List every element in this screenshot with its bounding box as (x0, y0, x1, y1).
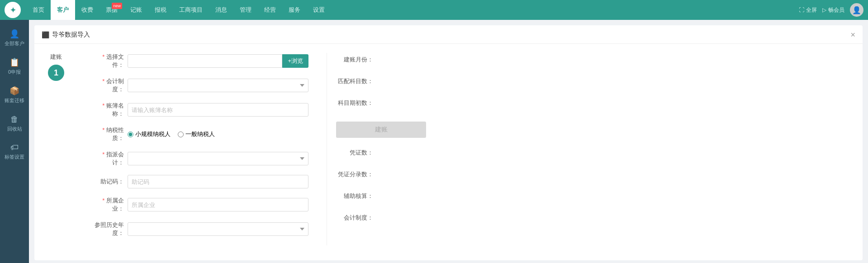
nav-item-首页[interactable]: 首页 (26, 0, 51, 20)
nav-item-消息[interactable]: 消息 (209, 0, 233, 20)
new-badge: new (112, 3, 122, 9)
logo-icon: ✦ (10, 6, 16, 14)
step-label: 建账 (50, 53, 62, 61)
sidebar-item-all-clients[interactable]: 👤 全部客户 (0, 24, 29, 51)
avatar[interactable]: 👤 (850, 3, 863, 17)
right-actions: ⛶ 全屏 ▷ 畅会员 👤 (799, 3, 863, 17)
sidebar-item-declare[interactable]: 📋 0申报 (0, 53, 29, 80)
account-name-row: 账簿名称： (91, 102, 308, 118)
voucher-row: 凭证数： (336, 146, 426, 160)
sidebar-label-migrate: 账套迁移 (5, 98, 24, 103)
company-input[interactable] (128, 198, 308, 211)
accountant-select[interactable] (128, 152, 308, 165)
sidebar-label-tags: 标签设置 (5, 154, 24, 160)
tax-type-radio-group: 小规模纳税人 一般纳税人 (128, 130, 308, 138)
memo-row: 助记码： (91, 175, 308, 188)
memo-label: 助记码： (91, 178, 128, 186)
info-accounting-system-row: 会计制度： (336, 211, 426, 225)
info-section: 建账月份： 匹配科目数： 科目期初数： 建账 (327, 53, 426, 245)
sidebar: 👤 全部客户 📋 0申报 📦 账套迁移 🗑 回收站 🏷 标签设置 (0, 20, 29, 263)
build-account-button[interactable]: 建账 (336, 122, 426, 138)
file-label: 选择文件： (91, 53, 128, 69)
nav-item-经营[interactable]: 经营 (258, 0, 282, 20)
match-row: 匹配科目数： (336, 75, 426, 88)
member-label: 畅会员 (828, 6, 844, 14)
sidebar-item-migrate[interactable]: 📦 账套迁移 (0, 81, 29, 108)
member-action[interactable]: ▷ 畅会员 (822, 6, 844, 14)
app-body: 👤 全部客户 📋 0申报 📦 账套迁移 🗑 回收站 🏷 标签设置 ⬛ 导爷数据导… (0, 20, 868, 263)
sidebar-icon-migrate: 📦 (9, 86, 19, 96)
sidebar-label-recycle: 回收站 (7, 126, 22, 132)
voucher-label: 凭证数： (336, 149, 377, 157)
accounting-system-row: 会计制度： (91, 77, 308, 94)
sidebar-icon-recycle: 🗑 (10, 115, 19, 124)
sidebar-item-tags[interactable]: 🏷 标签设置 (0, 138, 29, 164)
match-label: 匹配科目数： (336, 77, 377, 85)
dialog-body: 建账 1 选择文件： +浏览 会计制度： (34, 44, 863, 254)
file-input-group: +浏览 (128, 54, 308, 68)
fullscreen-icon: ⛶ (799, 7, 804, 13)
play-icon: ▷ (822, 7, 826, 13)
dialog-header: ⬛ 导爷数据导入 × (34, 25, 863, 44)
nav-item-设置[interactable]: 设置 (307, 0, 331, 20)
build-btn-row: 建账 (336, 118, 426, 138)
sidebar-icon-declare: 📋 (9, 57, 19, 67)
step-section: 建账 1 (48, 53, 73, 245)
initial-row: 科目期初数： (336, 96, 426, 110)
company-label: 所属企业： (91, 197, 128, 213)
nav-item-客户[interactable]: 客户 (51, 0, 75, 20)
sidebar-item-recycle[interactable]: 🗑 回收站 (0, 110, 29, 136)
fullscreen-label: 全屏 (806, 6, 817, 14)
nav-item-收费[interactable]: 收费 (75, 0, 100, 20)
dialog-card: ⬛ 导爷数据导入 × 建账 1 选择文件： (34, 25, 863, 260)
voucher-entries-row: 凭证分录数： (336, 168, 426, 181)
account-name-label: 账簿名称： (91, 102, 128, 118)
accounting-system-select[interactable] (128, 79, 308, 92)
nav-item-服务[interactable]: 服务 (282, 0, 307, 20)
nav-item-报税[interactable]: 报税 (148, 0, 173, 20)
tax-type-label: 纳税性质： (91, 126, 128, 142)
nav-item-票据[interactable]: 票据new (100, 0, 124, 20)
radio-small-taxpayer[interactable]: 小规模纳税人 (128, 130, 171, 138)
history-year-row: 参照历史年度： (91, 221, 308, 237)
dialog-title-text: 导爷数据导入 (52, 31, 90, 39)
tax-type-row: 纳税性质： 小规模纳税人 一般纳税人 (91, 126, 308, 142)
close-button[interactable]: × (850, 31, 855, 39)
nav-item-记账[interactable]: 记账 (124, 0, 148, 20)
accountant-row: 指派会计： (91, 150, 308, 167)
sidebar-label-all-clients: 全部客户 (5, 41, 24, 47)
step-circle: 1 (48, 65, 64, 81)
initial-label: 科目期初数： (336, 99, 377, 107)
radio-general-input[interactable] (178, 132, 184, 137)
fullscreen-action[interactable]: ⛶ 全屏 (799, 6, 817, 14)
nav-item-管理[interactable]: 管理 (233, 0, 258, 20)
history-year-label: 参照历史年度： (91, 221, 128, 237)
auxiliary-label: 辅助核算： (336, 192, 377, 200)
memo-input[interactable] (128, 175, 308, 188)
radio-small-label: 小规模纳税人 (135, 130, 171, 138)
radio-general-label: 一般纳税人 (185, 130, 215, 138)
main-content: ⬛ 导爷数据导入 × 建账 1 选择文件： (29, 20, 868, 263)
top-nav: ✦ 首页客户收费票据new记账报税工商项目消息管理经营服务设置 ⛶ 全屏 ▷ 畅… (0, 0, 868, 20)
sidebar-icon-tags: 🏷 (10, 143, 19, 152)
file-row: 选择文件： +浏览 (91, 53, 308, 69)
account-name-input[interactable] (128, 103, 308, 117)
info-accounting-system-label: 会计制度： (336, 214, 377, 222)
dialog-title: ⬛ 导爷数据导入 (42, 31, 90, 39)
history-year-select[interactable] (128, 222, 308, 236)
accountant-label: 指派会计： (91, 150, 128, 167)
logo[interactable]: ✦ (5, 2, 21, 18)
month-label: 建账月份： (336, 56, 377, 64)
accounting-system-label: 会计制度： (91, 77, 128, 94)
company-row: 所属企业： (91, 197, 308, 213)
radio-general-taxpayer[interactable]: 一般纳税人 (178, 130, 215, 138)
radio-small-input[interactable] (128, 132, 133, 137)
month-row: 建账月份： (336, 53, 426, 66)
file-input[interactable] (128, 54, 282, 68)
sidebar-icon-all-clients: 👤 (9, 29, 19, 39)
nav-item-工商项目[interactable]: 工商项目 (173, 0, 209, 20)
sidebar-label-declare: 0申报 (8, 69, 21, 75)
voucher-entries-label: 凭证分录数： (336, 170, 377, 178)
form-section: 选择文件： +浏览 会计制度： (91, 53, 308, 245)
browse-button[interactable]: +浏览 (282, 54, 308, 68)
